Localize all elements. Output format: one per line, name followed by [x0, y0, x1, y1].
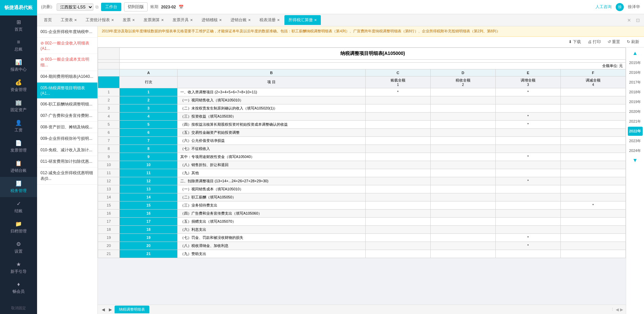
e-2[interactable] [495, 96, 560, 104]
e-16[interactable] [495, 209, 560, 217]
e-3[interactable] [495, 104, 560, 112]
doc-item-008[interactable]: 008-资产折旧、摊销及纳税... [37, 122, 97, 133]
doc-item-006[interactable]: 006-职工薪酬纳税调整明细... [37, 99, 97, 110]
d-6[interactable] [430, 128, 495, 136]
e-19[interactable]: * [495, 233, 560, 242]
company-select[interactable]: 江西股宝-LSS [57, 3, 93, 11]
f-5[interactable] [560, 120, 625, 128]
c-20[interactable] [365, 242, 430, 250]
doc-item-010[interactable]: 010-免税、减计收入及加计... [37, 145, 97, 156]
close-all-icon[interactable]: ✕ [625, 18, 633, 23]
f-12[interactable] [560, 177, 625, 185]
year-item-2021年[interactable]: 2021年 [628, 117, 643, 126]
d-11[interactable] [430, 169, 495, 177]
year-scroll-up[interactable]: ▲ [631, 49, 639, 58]
item-8[interactable]: （七）不征税收入 [177, 145, 365, 153]
item-16[interactable]: （四）广告费和业务宣传费支出（填写A105060） [177, 209, 365, 217]
f-2[interactable] [560, 96, 625, 104]
sidebar-item-finance[interactable]: 💰资金管理 [0, 76, 37, 96]
sidebar-item-tax[interactable]: 🧾税务管理 [0, 177, 37, 197]
unpin-button[interactable]: 取消固定 [0, 302, 37, 314]
c-13[interactable] [365, 185, 430, 193]
doc-item-005[interactable]: 005-纳税调整项目明细表(A1... [37, 83, 97, 99]
reset-button[interactable]: ↺重置 [606, 38, 622, 46]
tab-close-icon[interactable]: ✕ [219, 18, 222, 22]
item-4[interactable]: （三）投资收益（填写A105030） [177, 112, 365, 120]
e-1[interactable]: * [495, 88, 560, 96]
tab-close-icon[interactable]: ✕ [111, 18, 114, 22]
f-15[interactable]: * [560, 201, 625, 209]
d-1[interactable] [430, 88, 495, 96]
c-18[interactable] [365, 225, 430, 233]
sidebar-item-ledger[interactable]: ≡总账 [0, 36, 37, 56]
year-item-2017年[interactable]: 2017年 [628, 78, 643, 87]
item-5[interactable]: （四）按权益法核算长期股权投资对初始投资成本调整确认的收益 [177, 120, 365, 128]
sidebar-item-close[interactable]: ✓结账 [0, 197, 37, 217]
tab-close-icon[interactable]: ✕ [161, 18, 164, 22]
print-button[interactable]: 🖨打印 [586, 38, 603, 46]
tab-发票[interactable]: 发票✕ [119, 15, 139, 25]
item-17[interactable]: （五）捐赠支出（填写A105070） [177, 217, 365, 225]
c-9[interactable] [365, 153, 430, 161]
d-4[interactable] [430, 112, 495, 120]
e-17[interactable] [495, 217, 560, 225]
e-9[interactable]: * [495, 153, 560, 161]
f-3[interactable] [560, 104, 625, 112]
d-12[interactable] [430, 177, 495, 185]
item-21[interactable]: （九）赞助支出 [177, 250, 365, 258]
f-21[interactable] [560, 250, 625, 258]
item-11[interactable]: （九）其他 [177, 169, 365, 177]
d-2[interactable] [430, 96, 495, 104]
c-14[interactable] [365, 193, 430, 201]
d-3[interactable] [430, 104, 495, 112]
c-6[interactable] [365, 128, 430, 136]
item-10[interactable]: （八）销售折扣、折让和退回 [177, 161, 365, 169]
service-link[interactable]: 人工咨询 [595, 4, 612, 10]
e-4[interactable]: * [495, 112, 560, 120]
sidebar-item-settings[interactable]: ⚙设置 [0, 238, 37, 258]
e-13[interactable] [495, 185, 560, 193]
expand-icon[interactable]: ⊡ [635, 18, 641, 23]
doc-item-011[interactable]: 011-研发费用加计扣除优惠... [37, 156, 97, 167]
doc-item-001[interactable]: 001-企业所得税年度纳税申... [37, 26, 97, 38]
year-item-2023年[interactable]: 2023年 [628, 136, 643, 146]
doc-item-012[interactable]: 012-减免企业所得税优惠明细表(0... [37, 167, 97, 185]
f-4[interactable] [560, 112, 625, 120]
tab-close-icon[interactable]: ✕ [74, 18, 77, 22]
c-11[interactable] [365, 169, 430, 177]
c-2[interactable] [365, 96, 430, 104]
d-13[interactable] [430, 185, 495, 193]
c-21[interactable] [365, 250, 430, 258]
sidebar-item-invoice[interactable]: 📄发票管理 [0, 136, 37, 157]
doc-item-002[interactable]: ⊘ 002-一般企业收入明细表(A1... [37, 38, 97, 54]
doc-item-007[interactable]: 007-广告费和业务宣传费附... [37, 110, 97, 122]
c-4[interactable] [365, 112, 430, 120]
bottom-tab-active[interactable]: 纳税调整明细表 [115, 306, 149, 313]
c-10[interactable] [365, 161, 430, 169]
e-5[interactable]: * [495, 120, 560, 128]
scroll-left-btn[interactable]: ◀ [616, 307, 619, 312]
tab-工资表[interactable]: 工资表✕ [57, 15, 81, 25]
d-20[interactable] [430, 242, 495, 250]
tab-scroll-right[interactable]: ▶ [108, 307, 113, 313]
d-9[interactable] [430, 153, 495, 161]
tab-close-icon[interactable]: ✕ [248, 18, 251, 22]
d-19[interactable] [430, 233, 495, 242]
d-8[interactable] [430, 145, 495, 153]
e-14[interactable] [495, 193, 560, 201]
item-19[interactable]: （七）罚金、罚款和被没收财物的损失 [177, 233, 365, 242]
item-14[interactable]: （二）职工薪酬（填写A105050） [177, 193, 365, 201]
d-10[interactable] [430, 161, 495, 169]
year-item-2016年[interactable]: 2016年 [628, 68, 643, 77]
copy-icon[interactable]: ⧉ [95, 4, 98, 10]
tab-close-icon[interactable]: ✕ [132, 18, 135, 22]
e-8[interactable] [495, 145, 560, 153]
sidebar-item-sales[interactable]: 📋进销台账 [0, 157, 37, 177]
f-17[interactable] [560, 217, 625, 225]
c-19[interactable] [365, 233, 430, 242]
item-15[interactable]: （三）业务招待费支出 [177, 201, 365, 209]
username[interactable]: 徐泽华 [628, 4, 640, 10]
item-1[interactable]: 一、收入类调整项目 (2+3+4+5+6+7+8+10+11) [177, 88, 365, 96]
c-17[interactable] [365, 217, 430, 225]
f-13[interactable] [560, 185, 625, 193]
